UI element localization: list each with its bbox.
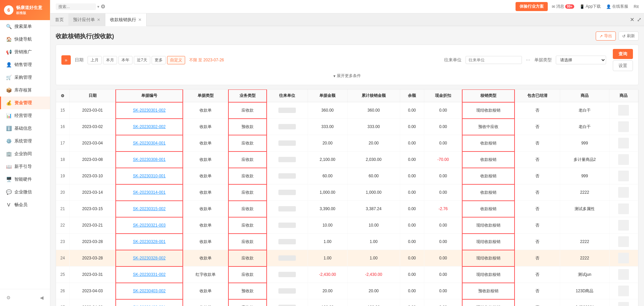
marketing-icon: 📢 [6,49,12,55]
sidebar-item-system[interactable]: ⚙️ 系统管理 [0,135,50,147]
cell-no: 24 [56,250,69,266]
cell-biz-type: 应收款 [228,217,267,234]
service-label: 在线客服 [612,4,628,9]
app-download-btn[interactable]: 📱 App下载 [580,4,601,9]
tab-prepay[interactable]: 预计应付单 ✕ [68,13,105,26]
setting-button[interactable]: 设置 [613,60,633,71]
cell-partner [267,201,308,217]
cell-product1: 测试jun [560,266,609,283]
tab-collection-close-icon[interactable]: ✕ [138,17,142,22]
sidebar-item-sales[interactable]: 👤 销售管理 [0,58,50,71]
cell-balance: 0.00 [400,250,424,266]
sidebar-item-finance[interactable]: 💰 资金管理 [0,97,50,109]
bill-no-link[interactable]: SK-20230314-001 [133,190,165,195]
cell-discount: 0.00 [424,283,462,299]
date-btn-more[interactable]: 更多 [152,56,166,64]
bill-no-link[interactable]: SK-20230304-001 [133,141,165,145]
date-btn-last-month[interactable]: 上月 [88,56,102,64]
cell-bill-type: 收款单 [183,283,228,299]
cell-bill-no: SK-20230301-002 [116,102,183,119]
sales-icon: 👤 [6,62,12,67]
col-settings[interactable]: ⚙ [56,89,69,102]
date-btn-this-month[interactable]: 本月 [103,56,117,64]
bill-no-link[interactable]: SK-20230302-002 [133,124,165,129]
expand-more-btn[interactable]: ▾ 展开更多条件 [61,71,633,81]
settings-bottom-icon[interactable]: ⚙ [3,293,13,303]
col-balance: 余额 [400,89,424,102]
sidebar-item-inventory[interactable]: 📦 库存核算 [0,84,50,97]
online-service-btn[interactable]: 👤 在线客服 [606,4,628,9]
cell-partner [267,217,308,234]
bill-no-link[interactable]: SK-20230315-002 [133,206,165,211]
date-btn-7days[interactable]: 近7天 [134,56,150,64]
cell-bill-no: SK-20230310-001 [116,168,183,184]
cell-discount: 0.00 [424,266,462,283]
export-button[interactable]: ↗ 导出 [596,32,616,41]
partner-dots[interactable]: ··· [526,57,530,63]
cell-product1: 老白干 [560,102,609,119]
sidebar-item-member[interactable]: V 畅会员 [0,198,50,211]
cell-biz-type: 应收款 [228,234,267,250]
cell-no: 18 [56,151,69,168]
sidebar-item-basic-info[interactable]: ℹ️ 基础信息 [0,122,50,135]
tab-prepay-close-icon[interactable]: ✕ [97,17,100,22]
receipt-type-select[interactable]: 请选择 收款单 红字收款单 [556,56,606,64]
search-input[interactable] [56,3,96,10]
date-btn-this-year[interactable]: 本年 [118,56,132,64]
cell-product1: 衣服00001 [560,299,609,306]
tab-home[interactable]: 首页 [50,13,68,26]
cell-bill-no: SK-20230331-002 [116,266,183,283]
logo-line1: 畅康道好生意 [16,5,42,11]
cell-include-settled: 否 [515,119,560,135]
sidebar-item-operations[interactable]: 📊 经营管理 [0,109,50,122]
sidebar-item-purchase[interactable]: 🛒 采购管理 [0,71,50,84]
close-window-icon[interactable]: ✕ [630,16,634,23]
bill-no-link[interactable]: SK-20230328-002 [133,256,165,260]
user-name[interactable]: Rit [634,4,639,9]
cell-no: 26 [56,283,69,299]
cell-discount: 0.00 [424,184,462,201]
cell-accum: 100.00 [347,299,400,306]
dropdown-arrow-icon[interactable]: ▾ [97,4,99,9]
sidebar-item-enterprise[interactable]: 🏢 企业协同 [0,147,50,160]
sidebar-item-wechat[interactable]: 💬 企业微信 [0,186,50,198]
collapse-icon[interactable]: ◀ [37,293,47,303]
cell-bill-no: SK-20230314-001 [116,184,183,201]
sidebar-item-label: 经营管理 [14,113,32,119]
table-row: 21 2023-03-15 SK-20230315-002 收款单 应收款 3,… [56,201,638,217]
bill-no-link[interactable]: SK-20230331-002 [133,272,165,277]
filter-expand-btn[interactable]: » [61,55,71,65]
partner-input[interactable] [466,56,522,64]
bill-no-link[interactable]: SK-20230321-003 [133,223,165,228]
cell-discount: 0.00 [424,168,462,184]
tab-collection[interactable]: 收款核销执行 ✕ [105,13,147,26]
sidebar-item-search[interactable]: 🔍 搜索菜单 [0,20,50,33]
gear-icon[interactable]: ⚙ [101,3,105,10]
cell-biz-type: 应收款 [228,299,267,306]
sidebar-item-quick-nav[interactable]: 🏠 快捷导航 [0,33,50,46]
cell-amount: 60.00 [308,168,347,184]
cell-balance: 0.00 [400,135,424,151]
bill-no-link[interactable]: SK-20230301-002 [133,108,165,113]
sidebar-item-guide[interactable]: 📖 新手引导 [0,160,50,173]
content-area: 收款核销执行(按收款) ↗ 导出 ↺ 刷新 » 日期 上月 [50,26,644,306]
sidebar-item-marketing[interactable]: 📢 营销推广 [0,46,50,58]
expand-icon: » [65,57,67,63]
message-btn[interactable]: ✉ 消息 99+ [552,4,574,9]
bill-no-link[interactable]: SK-20230403-002 [133,289,165,293]
tab-collection-label: 收款核销执行 [110,17,136,23]
bill-no-link[interactable]: SK-20230328-001 [133,239,165,244]
logo-icon: 6 [4,5,13,15]
date-btn-custom[interactable]: 自定义 [167,56,185,64]
cell-biz-type: 应收款 [228,250,267,266]
query-button[interactable]: 查询 [613,49,633,59]
refresh-button[interactable]: ↺ 刷新 [619,32,639,41]
bill-no-link[interactable]: SK-20230310-001 [133,174,165,178]
maximize-icon[interactable]: ⤢ [637,16,641,23]
sidebar-item-hardware[interactable]: 🖥️ 智能硬件 [0,173,50,186]
cell-include-settled: 否 [515,151,560,168]
cell-bill-type: 红字收款单 [183,266,228,283]
col-partner: 往来单位 [267,89,308,102]
bill-no-link[interactable]: SK-20230308-001 [133,157,165,162]
industry-btn[interactable]: 体验行业方案 [516,2,548,11]
